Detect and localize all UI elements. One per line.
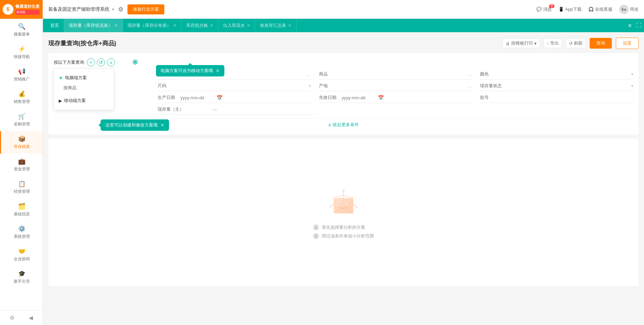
tab-inv-dist[interactable]: 现存量（库存分布表） ✕ xyxy=(123,19,181,32)
tab-close-all-icon[interactable]: ✕ xyxy=(628,22,632,29)
support-icon: 🎧 xyxy=(588,7,594,12)
sidebar-item-inventory[interactable]: 📦 库存核算 xyxy=(0,131,43,154)
tooltip-text-1: 电脑方案可设为移动方案哦 xyxy=(161,68,213,74)
sidebar-item-label: 基础信息 xyxy=(14,211,30,217)
filter-field-prod-date: 生产日期 📅 xyxy=(158,95,311,103)
origin-dots-icon[interactable]: … xyxy=(467,83,472,89)
collapse-up-icon: ∧ xyxy=(328,122,331,127)
exp-date-calendar-icon[interactable]: 📅 xyxy=(378,95,384,100)
sidebar-item-label: 营销推广 xyxy=(14,76,30,82)
origin-input[interactable] xyxy=(342,84,464,89)
app-download-action[interactable]: 📱 App下载 xyxy=(558,6,582,12)
print-chevron-icon: ▾ xyxy=(534,41,537,46)
svg-point-7 xyxy=(342,189,345,192)
scheme-mobile-header[interactable]: ▶ 移动端方案 xyxy=(54,96,114,106)
filter-actions: ＋ ↺ « xyxy=(87,58,115,66)
operation-icon: 📋 xyxy=(18,180,25,187)
sidebar-item-guide[interactable]: 🎓 新手引导 xyxy=(0,266,43,288)
filter-field-inv-qty: 现存量（主） — xyxy=(158,106,315,115)
tab-inv-dist-close[interactable]: ✕ xyxy=(173,23,176,28)
tab-recv-sum-label: 收发存汇总表 xyxy=(260,22,286,29)
svg-point-4 xyxy=(339,203,341,204)
sidebar-item-quicknav[interactable]: ⚡ 快捷导航 xyxy=(0,41,43,64)
tooltip1-close-btn[interactable]: ✕ xyxy=(216,68,220,73)
message-action[interactable]: 💬 消息 9 xyxy=(536,6,552,12)
collapse-button[interactable]: ∧ 收起更多条件 xyxy=(328,122,359,128)
goods-input[interactable] xyxy=(342,72,464,77)
exp-date-start[interactable] xyxy=(342,95,375,100)
system-chevron-icon[interactable]: ▾ xyxy=(112,7,114,12)
scheme-desktop-header[interactable]: ▼ 电脑端方案 xyxy=(54,73,114,83)
size-chevron-icon[interactable]: ▾ xyxy=(309,84,311,88)
sidebar-settings-btn[interactable]: ⚙ xyxy=(10,315,14,321)
trial-button[interactable]: 体验行业方案 xyxy=(127,4,164,14)
basic-icon: 🗂️ xyxy=(18,203,25,210)
tab-inv-inout-close[interactable]: ✕ xyxy=(247,23,250,28)
logo-icon: 6 xyxy=(3,4,13,15)
size-label: 尺码 xyxy=(158,83,178,89)
filter-field-batch: 批号 xyxy=(480,95,633,103)
batch-input[interactable] xyxy=(503,95,633,100)
color-chevron-icon[interactable]: ▾ xyxy=(631,72,633,76)
export-button[interactable]: ↑ 导出 xyxy=(544,39,562,48)
tab-maximize-icon[interactable]: ⛶ xyxy=(636,22,641,29)
sidebar-item-label: 企业协同 xyxy=(14,256,30,262)
sidebar-item-purchase[interactable]: 🛒 采购管理 xyxy=(0,109,43,131)
filter-row-2: 尺码 ▾ 产地 … 现存量状态 ▾ xyxy=(158,83,633,91)
sidebar-item-operation[interactable]: 📋 经营管理 xyxy=(0,176,43,199)
filter-add-btn[interactable]: ＋ xyxy=(87,58,95,66)
sidebar-item-search[interactable]: 🔍 搜索菜单 xyxy=(0,19,43,41)
filter-row-1: 仓库 … 商品 … 颜色 ▾ xyxy=(158,71,633,79)
goods-dots-icon[interactable]: … xyxy=(467,71,472,77)
color-label: 颜色 xyxy=(480,71,500,77)
tab-home[interactable]: 首页 xyxy=(46,19,64,32)
prod-date-start-calendar-icon[interactable]: 📅 xyxy=(217,95,222,100)
topbar-settings-icon[interactable]: ⚙ xyxy=(118,6,123,13)
warehouse-dots-icon[interactable]: … xyxy=(306,71,311,77)
tab-inv-inout[interactable]: 出入库流水 ✕ xyxy=(218,19,255,32)
prod-date-start[interactable] xyxy=(180,95,214,100)
tip-text-1: 请先选择要分析的方案 xyxy=(322,224,365,230)
sidebar-item-system[interactable]: ⚙️ 系统管理 xyxy=(0,221,43,243)
inv-qty-label: 现存量（主） xyxy=(158,106,184,112)
tab-inv-batch-close[interactable]: ✕ xyxy=(210,23,213,28)
tab-inv-status[interactable]: 现存量（库存状况表） ✕ xyxy=(64,19,123,32)
sidebar-item-enterprise[interactable]: 🤝 企业协同 xyxy=(0,243,43,266)
print-button[interactable]: 🖨 按模板打印 ▾ xyxy=(502,39,540,48)
empty-tip-1: 1 请先选择要分析的方案 xyxy=(313,224,374,230)
query-button[interactable]: 查询 xyxy=(590,38,612,49)
user-profile[interactable]: Ea 用友 xyxy=(619,5,639,14)
tab-recv-sum-close[interactable]: ✕ xyxy=(288,23,291,28)
sidebar-item-basic[interactable]: 🗂️ 基础信息 xyxy=(0,199,43,221)
sidebar-item-finance[interactable]: 💼 资金管理 xyxy=(0,154,43,176)
support-action[interactable]: 🎧 在线客服 xyxy=(588,6,612,12)
settings-button[interactable]: 设置 xyxy=(616,38,639,49)
filter-row-4: 现存量（主） — xyxy=(158,106,633,115)
inv-status-input[interactable] xyxy=(504,84,629,89)
filter-back-btn[interactable]: « xyxy=(107,58,115,66)
size-input[interactable] xyxy=(180,84,306,89)
finance-icon: 💼 xyxy=(18,158,25,165)
filter-refresh-btn[interactable]: ↺ xyxy=(97,58,105,66)
origin-label: 产地 xyxy=(319,83,339,89)
filter-field-origin: 产地 … xyxy=(319,83,472,91)
sidebar-item-sales[interactable]: 💰 销售管理 xyxy=(0,86,43,109)
tooltip2-close-btn[interactable]: ✕ xyxy=(160,122,164,128)
tab-inv-status-close[interactable]: ✕ xyxy=(114,23,118,28)
inv-qty-max[interactable] xyxy=(220,107,243,112)
sidebar-item-label: 库存核算 xyxy=(14,144,30,150)
tab-inv-batch[interactable]: 库存批次账 ✕ xyxy=(181,19,218,32)
refresh-button[interactable]: ↺ 刷新 xyxy=(566,39,586,48)
color-input[interactable] xyxy=(503,72,629,77)
sidebar-collapse-btn[interactable]: ◀ xyxy=(29,315,33,321)
support-label: 在线客服 xyxy=(595,6,612,12)
page-header: 现存量查询(按仓库+商品) 🖨 按模板打印 ▾ ↑ 导出 ↺ 刷新 查询 设置 xyxy=(48,38,639,49)
inv-status-chevron-icon[interactable]: ▾ xyxy=(631,84,633,88)
sidebar-item-marketing[interactable]: 📢 营销推广 xyxy=(0,64,43,86)
svg-line-8 xyxy=(329,205,334,207)
sidebar-item-label: 系统管理 xyxy=(14,234,30,239)
scheme-item-by-goods[interactable]: 按商品 xyxy=(54,83,114,93)
tab-recv-sum[interactable]: 收发存汇总表 ✕ xyxy=(255,19,297,32)
inv-qty-min[interactable] xyxy=(186,107,210,112)
sidebar-item-label: 采购管理 xyxy=(14,121,30,127)
